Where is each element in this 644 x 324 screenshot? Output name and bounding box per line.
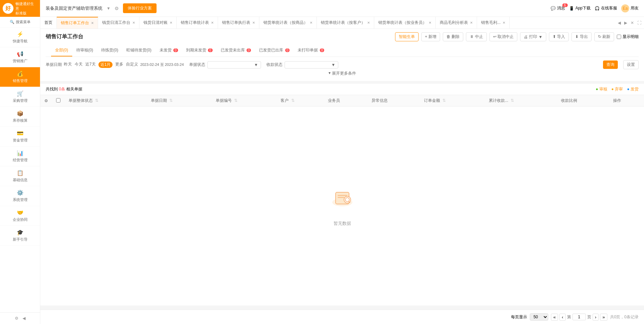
tab-daily-clear[interactable]: 钱货日清工作台 ✕ <box>98 17 139 29</box>
tabs-prev-btn[interactable]: ◀ <box>616 20 622 26</box>
message-icon-item[interactable]: 💬 6 消息 <box>551 5 565 11</box>
collapse-icon[interactable]: ◀ <box>23 316 26 321</box>
tab-order-exec[interactable]: 销售订单执行表 ✕ <box>218 17 259 29</box>
tab-close-sales-profit[interactable]: ✕ <box>503 21 505 25</box>
date-opt-1month[interactable]: 近1月 <box>98 62 113 68</box>
user-item[interactable]: Ea 用友 <box>621 4 639 12</box>
tab-close-by-product[interactable]: ✕ <box>310 21 312 25</box>
date-opt-yesterday[interactable]: 昨天 <box>64 62 72 68</box>
sidebar-item-basics[interactable]: 📋 基础信息 <box>0 166 40 186</box>
avatar: Ea <box>621 4 629 12</box>
tab-close-daily-clear[interactable]: ✕ <box>132 21 135 25</box>
sort-icon-amount: ⇅ <box>442 98 446 103</box>
select-all-checkbox[interactable] <box>56 98 60 103</box>
stop-button[interactable]: ⏸ 中止 <box>466 32 486 41</box>
tab-sales-by-product[interactable]: 销货单统计表（按商品） ✕ <box>259 17 317 29</box>
scrollbar-inner <box>46 307 449 307</box>
tab-close-order-exec[interactable]: ✕ <box>252 21 255 25</box>
tabs-next-btn[interactable]: ▶ <box>623 20 629 26</box>
tab-close-sales-workbench[interactable]: ✕ <box>91 21 94 25</box>
tab-close-gross-margin[interactable]: ✕ <box>470 21 473 25</box>
export-button[interactable]: ⬇ 导出 <box>571 32 591 41</box>
date-opt-7days[interactable]: 近7天 <box>85 62 96 68</box>
sub-tab-pending-audit[interactable]: 待审核(0) <box>72 45 97 56</box>
message-badge: 6 <box>562 3 568 7</box>
tab-gross-margin[interactable]: 商品毛利分析表 ✕ <box>436 17 477 29</box>
sidebar-item-system[interactable]: ⚙️ 系统管理 <box>0 186 40 206</box>
tab-sales-by-staff[interactable]: 销货单统计表（按业务员） ✕ <box>374 17 436 29</box>
date-opt-more[interactable]: 更多 <box>115 62 123 68</box>
headset-icon: 🎧 <box>595 6 600 11</box>
payment-status-select[interactable]: ▼ <box>285 61 338 69</box>
sidebar-item-guide[interactable]: 🎓 新手引导 <box>0 226 40 246</box>
tab-close-by-staff[interactable]: ✕ <box>429 21 431 25</box>
sub-tab-all[interactable]: 全部(0) <box>51 45 72 56</box>
tabs-fullscreen-btn[interactable]: ⛶ <box>636 20 643 26</box>
query-button[interactable]: 查询 <box>603 60 618 69</box>
date-opt-today[interactable]: 今天 <box>75 62 83 68</box>
delete-button[interactable]: 🗑 删除 <box>443 32 463 41</box>
audit-action-link[interactable]: ● 审核 <box>596 86 607 92</box>
unshipped-badge: 0 <box>173 48 178 52</box>
prev-page-btn[interactable]: ‹ <box>559 314 565 321</box>
pagination: 每页显示 50 100 200 « ‹ 第 页 › » 共0页，0条记录 <box>40 310 644 324</box>
sub-tab-overdue-ship[interactable]: 到期未发货 0 <box>182 45 217 56</box>
tabs-bar: 首页 销售订单工作台 ✕ 钱货日清工作台 ✕ 钱货日清对账 ✕ 销售订单统计表 … <box>40 17 644 29</box>
sidebar-item-marketing[interactable]: 📢 营销推广 <box>0 47 40 67</box>
smart-generate-button[interactable]: 智能生单 <box>395 32 419 41</box>
sort-icon-date: ⇅ <box>169 98 173 103</box>
deaudit-action-link[interactable]: ● 弃审 <box>611 86 623 92</box>
last-page-btn[interactable]: » <box>600 314 607 321</box>
first-page-btn[interactable]: « <box>551 314 558 321</box>
refresh-button[interactable]: ↻ 刷新 <box>594 32 614 41</box>
import-button[interactable]: ⬆ 导入 <box>549 32 569 41</box>
sidebar-item-inventory[interactable]: 📦 库存核算 <box>0 107 40 127</box>
tab-order-stats[interactable]: 销售订单统计表 ✕ <box>177 17 218 29</box>
cancel-stop-button[interactable]: ↩ 取消中止 <box>489 32 517 41</box>
tab-sales-workbench[interactable]: 销售订单工作台 ✕ <box>57 17 98 29</box>
per-page-select[interactable]: 50 100 200 <box>530 313 548 321</box>
tabs-close-btn[interactable]: ✕ <box>629 20 635 26</box>
payment-status-filter: 收款状态 ▼ <box>266 61 338 69</box>
tab-home[interactable]: 首页 <box>40 17 57 29</box>
sidebar-item-search[interactable]: 🔍 搜索菜单 <box>0 17 40 28</box>
dropdown-icon[interactable]: ▼ <box>106 6 111 11</box>
sub-tab-pending-pick[interactable]: 待拣货(0) <box>97 45 122 56</box>
sub-tab-shipped-not-out[interactable]: 已发货未出库 0 <box>217 45 255 56</box>
industry-solution-button[interactable]: 体验行业方案 <box>123 3 157 13</box>
sales-icon: 💰 <box>17 71 24 77</box>
status-select[interactable]: ▼ <box>207 61 261 69</box>
settings-icon[interactable]: ⚙ <box>15 316 18 321</box>
data-table: ⚙ 单据整体状态 ⇅ 单据日期 ⇅ 单据编号 ⇅ 客户 ⇅ 业务员 异常信息 订… <box>40 95 644 107</box>
sub-tab-shipped-out[interactable]: 已发货已出库 0 <box>255 45 294 56</box>
sidebar-item-cooperation[interactable]: 🤝 企业协同 <box>0 206 40 226</box>
tab-close-by-customer[interactable]: ✕ <box>367 21 370 25</box>
sidebar-item-sales[interactable]: 💰 销售管理 <box>0 67 40 87</box>
show-detail-label[interactable]: 显示明细 <box>617 34 639 40</box>
set-button[interactable]: 设置 <box>623 60 639 69</box>
date-opt-custom[interactable]: 自定义 <box>126 62 138 68</box>
tab-close-reconciliation[interactable]: ✕ <box>170 21 172 25</box>
sub-tab-unshipped[interactable]: 未发货 0 <box>156 45 182 56</box>
ship-action-link[interactable]: ● 发货 <box>627 86 639 92</box>
tab-sales-profit[interactable]: 销售毛利... ✕ <box>477 17 510 29</box>
sub-tab-unprinted[interactable]: 未打印单据 0 <box>294 45 328 56</box>
online-service-item[interactable]: 🎧 在线客服 <box>595 5 617 11</box>
app-download-item[interactable]: 📱 App下载 <box>569 5 591 11</box>
settings-topbar-icon[interactable]: ⚙ <box>115 6 119 11</box>
sidebar-item-finance[interactable]: 💳 资金管理 <box>0 127 40 147</box>
sidebar-item-management[interactable]: 📊 经营管理 <box>0 147 40 166</box>
scrollbar-area[interactable] <box>40 306 644 310</box>
print-button[interactable]: 🖨 打印 ▼ <box>520 32 546 41</box>
sidebar-item-quicknav[interactable]: ⚡ 快捷导航 <box>0 28 40 47</box>
tab-reconciliation[interactable]: 钱货日清对账 ✕ <box>139 17 177 29</box>
sidebar-item-purchase[interactable]: 🛒 采购管理 <box>0 87 40 107</box>
tab-close-order-stats[interactable]: ✕ <box>211 21 214 25</box>
next-page-btn[interactable]: › <box>593 314 599 321</box>
sub-tab-wangpu-ship[interactable]: 旺铺待发货(0) <box>122 45 156 56</box>
tab-sales-by-customer[interactable]: 销货单统计表（按客户） ✕ <box>317 17 374 29</box>
page-number-input[interactable] <box>572 314 586 320</box>
add-button[interactable]: + 新增 <box>421 32 440 41</box>
show-detail-checkbox[interactable] <box>617 35 621 39</box>
expand-btn[interactable]: 展开更多条件 <box>332 71 356 76</box>
